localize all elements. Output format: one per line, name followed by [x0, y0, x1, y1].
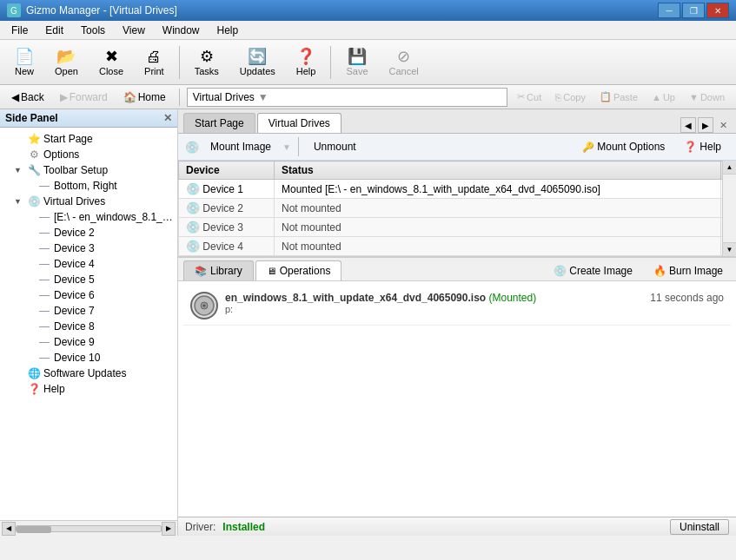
- sidebar-item-device3[interactable]: — Device 3: [0, 240, 177, 256]
- nav-separator: [179, 89, 180, 106]
- sidebar-item-help[interactable]: ❓ Help: [0, 381, 177, 397]
- tab-next-button[interactable]: ▶: [698, 117, 713, 133]
- updates-button[interactable]: 🔄 Updates: [230, 43, 285, 82]
- sidebar-item-toolbar-setup[interactable]: ▼ 🔧 Toolbar Setup: [0, 162, 177, 178]
- sidebar-item-device6[interactable]: — Device 6: [0, 287, 177, 303]
- cut-button[interactable]: ✂ Cut: [511, 89, 547, 105]
- virtual-drives-label: Virtual Drives: [43, 195, 105, 208]
- down-button[interactable]: ▼ Down: [683, 89, 731, 105]
- create-image-button[interactable]: 💿 Create Image: [546, 261, 640, 280]
- scroll-left-arrow[interactable]: ◀: [2, 522, 16, 536]
- device-table-scroll[interactable]: Device Status 💿 Device 1 Mounted [E:\ - …: [178, 161, 736, 256]
- menu-window[interactable]: Window: [155, 22, 208, 39]
- mount-image-button[interactable]: Mount Image: [202, 137, 279, 156]
- paste-button[interactable]: 📋 Paste: [593, 89, 644, 105]
- operation-item[interactable]: en_windows_8.1_with_update_x64_dvd_40650…: [183, 287, 731, 326]
- unmount-button[interactable]: Unmount: [306, 137, 364, 156]
- table-row[interactable]: 💿 Device 3 Not mounted: [179, 218, 736, 237]
- sidebar-item-device7[interactable]: — Device 7: [0, 303, 177, 319]
- table-scrollbar[interactable]: ▲ ▼: [722, 161, 736, 256]
- help-vd-button[interactable]: ❓ Help: [676, 137, 729, 156]
- mount-options-button[interactable]: 🔑 Mount Options: [574, 137, 673, 156]
- menu-tools[interactable]: Tools: [73, 22, 113, 39]
- scroll-right-arrow[interactable]: ▶: [162, 522, 176, 536]
- menu-file[interactable]: File: [3, 22, 36, 39]
- scroll-track[interactable]: [16, 525, 162, 532]
- cancel-button[interactable]: ⊘ Cancel: [380, 43, 428, 82]
- sidebar-item-device9[interactable]: — Device 9: [0, 334, 177, 350]
- sidebar-item-start-page[interactable]: ⭐ Start Page: [0, 131, 177, 147]
- uninstall-btn[interactable]: Uninstall: [670, 519, 729, 535]
- device8-label: Device 8: [54, 320, 95, 333]
- tab-close-button[interactable]: ✕: [715, 117, 731, 133]
- side-panel: Side Panel ✕ ⭐ Start Page ⚙ Options ▼ 🔧 …: [0, 109, 178, 536]
- burn-image-button[interactable]: 🔥 Burn Image: [646, 261, 731, 280]
- scroll-up-arrow[interactable]: ▲: [723, 161, 736, 175]
- copy-button[interactable]: ⎘ Copy: [549, 89, 592, 105]
- collapse-icon[interactable]: ▼: [14, 166, 24, 175]
- sidebar-item-device2[interactable]: — Device 2: [0, 225, 177, 240]
- up-label: Up: [663, 92, 675, 102]
- menu-view[interactable]: View: [115, 22, 153, 39]
- address-bar[interactable]: Virtual Drives ▼: [187, 88, 507, 107]
- tab-operations[interactable]: 🖥 Operations: [255, 260, 342, 280]
- home-button[interactable]: 🏠 Home: [117, 89, 172, 106]
- sidebar-item-virtual-drives[interactable]: ▼ 💿 Virtual Drives: [0, 194, 177, 209]
- device1-status: Mounted [E:\ - en_windows_8.1_with_updat…: [275, 180, 721, 199]
- operations-icon: 🖥: [267, 266, 276, 276]
- back-arrow-icon: ◀: [11, 91, 19, 103]
- scroll-thumb[interactable]: [17, 526, 51, 533]
- tab-library[interactable]: 📚 Library: [183, 260, 254, 280]
- forward-label: Forward: [70, 91, 108, 103]
- toolbar-setup-label: Toolbar Setup: [43, 164, 108, 176]
- sidebar-item-device4[interactable]: — Device 4: [0, 256, 177, 272]
- sidebar-item-options[interactable]: ⚙ Options: [0, 147, 177, 162]
- mount-image-icon: 💿: [185, 141, 199, 154]
- sidebar-item-device10[interactable]: — Device 10: [0, 350, 177, 366]
- save-button[interactable]: 💾 Save: [336, 43, 377, 82]
- close-toolbar-button[interactable]: ✖ Close: [90, 43, 133, 82]
- table-row[interactable]: 💿 Device 2 Not mounted: [179, 199, 736, 218]
- sidebar-item-device8[interactable]: — Device 8: [0, 319, 177, 334]
- close-button[interactable]: ✕: [706, 3, 729, 18]
- menu-help[interactable]: Help: [209, 22, 247, 39]
- help-toolbar-button[interactable]: ❓ Help: [287, 43, 326, 82]
- sidebar-item-device5[interactable]: — Device 5: [0, 272, 177, 287]
- help-icon: ❓: [27, 383, 41, 395]
- forward-button[interactable]: ▶ Forward: [54, 89, 114, 106]
- scroll-down-arrow[interactable]: ▼: [723, 242, 736, 256]
- tab-prev-button[interactable]: ◀: [680, 117, 696, 133]
- mount-image-dropdown[interactable]: ▼: [282, 142, 291, 152]
- sidebar-item-bottom-right[interactable]: — Bottom, Right: [0, 178, 177, 194]
- tab-start-page[interactable]: Start Page: [183, 113, 255, 133]
- tab-virtual-drives[interactable]: Virtual Drives: [257, 113, 341, 133]
- help-vd-icon: ❓: [684, 141, 697, 153]
- table-row[interactable]: 💿 Device 4 Not mounted: [179, 237, 736, 256]
- table-row[interactable]: 💿 Device 1 Mounted [E:\ - en_windows_8.1…: [179, 180, 736, 199]
- nav-bar: ◀ Back ▶ Forward 🏠 Home Virtual Drives ▼…: [0, 85, 736, 109]
- device10-label: Device 10: [54, 352, 100, 364]
- tasks-button[interactable]: ⚙ Tasks: [185, 43, 229, 82]
- star-icon: ⭐: [27, 133, 41, 145]
- side-panel-title: Side Panel: [5, 112, 58, 124]
- uninstall-button[interactable]: Uninstall: [670, 519, 729, 535]
- address-dropdown-icon[interactable]: ▼: [258, 91, 269, 103]
- open-label: Open: [55, 66, 78, 76]
- side-panel-close-button[interactable]: ✕: [163, 112, 172, 124]
- print-button[interactable]: 🖨 Print: [135, 43, 174, 82]
- side-panel-scrollbar[interactable]: ◀ ▶: [0, 520, 177, 536]
- sidebar-item-en-windows[interactable]: — [E:\ - en_windows_8.1_witl: [0, 209, 177, 225]
- minimize-button[interactable]: ─: [658, 3, 680, 18]
- collapse-icon[interactable]: ▼: [14, 197, 24, 206]
- new-button[interactable]: 📄 New: [5, 43, 43, 82]
- operations-label: Operations: [280, 265, 331, 277]
- op-filename-row: en_windows_8.1_with_update_x64_dvd_40650…: [225, 292, 643, 304]
- restore-button[interactable]: ❐: [682, 3, 705, 18]
- up-button[interactable]: ▲ Up: [646, 89, 681, 105]
- back-button[interactable]: ◀ Back: [5, 89, 50, 106]
- menu-edit[interactable]: Edit: [37, 22, 71, 39]
- open-button[interactable]: 📂 Open: [45, 43, 88, 82]
- globe-icon: 🌐: [27, 367, 41, 379]
- bottom-right-label: Bottom, Right: [54, 180, 117, 192]
- sidebar-item-software-updates[interactable]: 🌐 Software Updates: [0, 366, 177, 381]
